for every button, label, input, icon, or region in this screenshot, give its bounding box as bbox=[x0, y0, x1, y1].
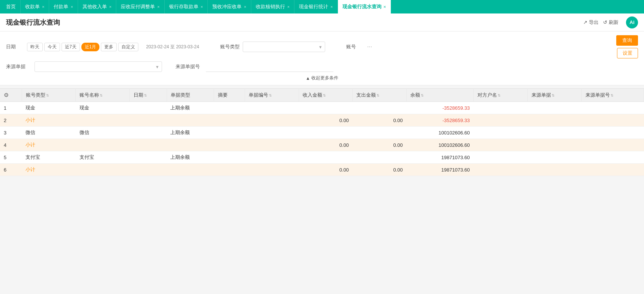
close-icon[interactable]: × bbox=[244, 4, 246, 9]
cell-expense bbox=[353, 151, 407, 164]
avatar[interactable]: Ai bbox=[626, 16, 638, 28]
cell-balance: 100102606.60 bbox=[407, 139, 474, 151]
cell-summary bbox=[214, 114, 245, 127]
close-icon[interactable]: × bbox=[201, 4, 203, 9]
cell-source_doc bbox=[527, 102, 581, 114]
col-expense[interactable]: 支出金额⇅ bbox=[353, 89, 407, 102]
col-date[interactable]: 日期⇅ bbox=[130, 89, 167, 102]
nav-item-其他收入单[interactable]: 其他收入单× bbox=[78, 0, 116, 13]
nav-item-付款单[interactable]: 付款单× bbox=[49, 0, 78, 13]
cell-source_doc bbox=[527, 164, 581, 176]
settings-button[interactable]: 设置 bbox=[617, 48, 638, 58]
table-body: 1现金现金上期余额-3528659.332小计0.000.00-3528659.… bbox=[0, 102, 644, 176]
source-doc-num-input[interactable] bbox=[206, 61, 333, 72]
close-icon[interactable]: × bbox=[42, 4, 44, 9]
cell-income bbox=[299, 151, 353, 164]
cell-source_doc bbox=[527, 139, 581, 151]
close-icon[interactable]: × bbox=[384, 4, 386, 9]
col-account_name[interactable]: 账号名称⇅ bbox=[76, 89, 130, 102]
collapse-row: ▲ 收起更多条件 bbox=[6, 75, 638, 81]
sort-icon: ⇅ bbox=[323, 94, 326, 97]
cell-source_doc_no bbox=[581, 164, 644, 176]
filter-buttons: 查询 设置 bbox=[616, 35, 638, 58]
col-gear: ⚙ bbox=[0, 89, 22, 102]
sort-icon: ⇅ bbox=[269, 94, 272, 97]
cell-counterparty bbox=[473, 114, 527, 127]
nav-item-现金银行统计[interactable]: 现金银行统计× bbox=[294, 0, 338, 13]
cell-expense bbox=[353, 127, 407, 139]
nav-item-应收应付调整单[interactable]: 应收应付调整单× bbox=[116, 0, 164, 13]
sort-icon: ⇅ bbox=[144, 94, 147, 97]
cell-doc_type bbox=[167, 114, 214, 127]
nav-item-现金银行流水查询[interactable]: 现金银行流水查询× bbox=[338, 0, 391, 13]
cell-source_doc_no bbox=[581, 139, 644, 151]
source-doc-select[interactable]: ▾ bbox=[35, 61, 162, 72]
filter-area: 日期 昨天今天近7天近1月更多自定义 2023-02-24 至 2023-03-… bbox=[0, 31, 644, 85]
col-account_type[interactable]: 账号类型⇅ bbox=[22, 89, 76, 102]
export-button[interactable]: ↗ 导出 bbox=[583, 19, 599, 26]
cell-income bbox=[299, 127, 353, 139]
date-btn-更多[interactable]: 更多 bbox=[101, 43, 117, 51]
col-source_doc[interactable]: 来源单据⇅ bbox=[527, 89, 581, 102]
data-table: ⚙账号类型⇅账号名称⇅日期⇅单据类型摘要单据编号⇅收入金额⇅支出金额⇅余额⇅对方… bbox=[0, 88, 644, 176]
table-row: 3微信微信上期余额100102606.60 bbox=[0, 127, 644, 139]
cell-source_doc_no bbox=[581, 151, 644, 164]
cell-doc_no bbox=[245, 164, 299, 176]
table-row: 5支付宝支付宝上期余额19871073.60 bbox=[0, 151, 644, 164]
close-icon[interactable]: × bbox=[330, 4, 333, 9]
col-source_doc_no[interactable]: 来源单据号⇅ bbox=[581, 89, 644, 102]
cell-expense: 0.00 bbox=[353, 139, 407, 151]
col-balance[interactable]: 余额⇅ bbox=[407, 89, 474, 102]
close-icon[interactable]: × bbox=[71, 4, 73, 9]
header-row: ⚙账号类型⇅账号名称⇅日期⇅单据类型摘要单据编号⇅收入金额⇅支出金额⇅余额⇅对方… bbox=[0, 89, 644, 102]
close-icon[interactable]: × bbox=[157, 4, 159, 9]
cell-summary bbox=[214, 164, 245, 176]
sort-icon: ⇅ bbox=[377, 94, 380, 97]
cell-counterparty bbox=[473, 127, 527, 139]
date-btn-昨天[interactable]: 昨天 bbox=[27, 43, 43, 51]
cell-summary bbox=[214, 127, 245, 139]
nav-item-银行存取款单[interactable]: 银行存取款单× bbox=[165, 0, 208, 13]
date-btn-自定义[interactable]: 自定义 bbox=[118, 43, 138, 51]
date-filter-label: 日期 bbox=[6, 43, 21, 50]
cell-date bbox=[130, 127, 167, 139]
table-container: ⚙账号类型⇅账号名称⇅日期⇅单据类型摘要单据编号⇅收入金额⇅支出金额⇅余额⇅对方… bbox=[0, 88, 644, 176]
cell-doc_type: 上期余额 bbox=[167, 102, 214, 114]
cell-income: 0.00 bbox=[299, 114, 353, 127]
page-header: 现金银行流水查询 ↗ 导出 ↺ 刷新 Ai bbox=[0, 13, 644, 31]
source-doc-dropdown-icon: ▾ bbox=[156, 64, 159, 70]
cell-no: 4 bbox=[0, 139, 22, 151]
cell-no: 6 bbox=[0, 164, 22, 176]
table-row: 1现金现金上期余额-3528659.33 bbox=[0, 102, 644, 114]
cell-source_doc bbox=[527, 151, 581, 164]
date-btn-近7天[interactable]: 近7天 bbox=[62, 43, 80, 51]
nav-item-首页[interactable]: 首页 bbox=[2, 0, 21, 13]
cell-counterparty bbox=[473, 164, 527, 176]
account-section: 账号 ··· bbox=[346, 43, 375, 50]
cell-no: 2 bbox=[0, 114, 22, 127]
date-btn-近1月[interactable]: 近1月 bbox=[81, 43, 100, 51]
collapse-button[interactable]: ▲ 收起更多条件 bbox=[306, 75, 338, 81]
nav-item-收款单[interactable]: 收款单× bbox=[21, 0, 49, 13]
date-btn-今天[interactable]: 今天 bbox=[44, 43, 60, 51]
account-dots[interactable]: ··· bbox=[367, 43, 372, 50]
nav-item-预收冲应收单[interactable]: 预收冲应收单× bbox=[208, 0, 251, 13]
refresh-button[interactable]: ↺ 刷新 bbox=[603, 19, 618, 26]
cell-expense bbox=[353, 102, 407, 114]
col-doc_type: 单据类型 bbox=[167, 89, 214, 102]
close-icon[interactable]: × bbox=[287, 4, 290, 9]
close-icon[interactable]: × bbox=[109, 4, 111, 9]
export-icon: ↗ bbox=[583, 19, 587, 25]
cell-account_type: 微信 bbox=[22, 127, 76, 139]
col-income[interactable]: 收入金额⇅ bbox=[299, 89, 353, 102]
gear-icon[interactable]: ⚙ bbox=[4, 92, 9, 98]
cell-balance: 19871073.60 bbox=[407, 164, 474, 176]
cell-doc_no bbox=[245, 151, 299, 164]
col-summary: 摘要 bbox=[214, 89, 245, 102]
nav-item-收款核销执行[interactable]: 收款核销执行× bbox=[251, 0, 294, 13]
account-type-select[interactable]: ▾ bbox=[243, 42, 325, 52]
col-doc_no[interactable]: 单据编号⇅ bbox=[245, 89, 299, 102]
cell-date bbox=[130, 102, 167, 114]
query-button[interactable]: 查询 bbox=[616, 35, 638, 46]
col-counterparty[interactable]: 对方户名⇅ bbox=[473, 89, 527, 102]
